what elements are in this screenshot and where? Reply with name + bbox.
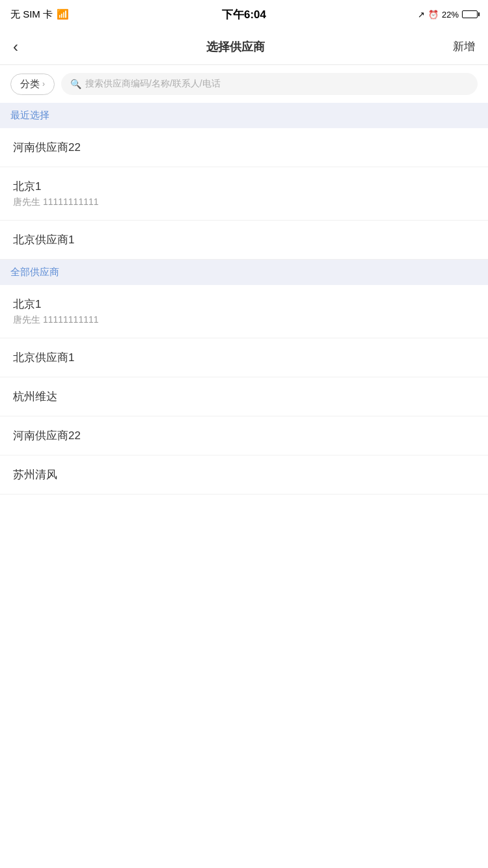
item-name: 苏州清风 <box>13 467 475 482</box>
item-name: 河南供应商22 <box>13 140 475 155</box>
search-placeholder: 搜索供应商编码/名称/联系人/电话 <box>85 78 221 90</box>
chevron-right-icon: › <box>42 79 45 88</box>
item-name: 杭州维达 <box>13 389 475 404</box>
list-item[interactable]: 河南供应商22 <box>0 128 488 167</box>
list-item[interactable]: 河南供应商22 <box>0 416 488 455</box>
battery-percent: 22% <box>442 10 459 20</box>
category-button[interactable]: 分类 › <box>10 74 55 95</box>
location-icon: ↗ <box>418 10 425 20</box>
section-title-recent: 最近选择 <box>10 109 49 120</box>
status-time: 下午6:04 <box>222 7 266 22</box>
battery-bar <box>462 10 478 18</box>
section-title-all: 全部供应商 <box>10 266 59 277</box>
item-sub: 唐先生 11111111111 <box>13 314 475 326</box>
section-header-all: 全部供应商 <box>0 260 488 285</box>
search-icon: 🔍 <box>70 79 81 89</box>
item-sub: 唐先生 11111111111 <box>13 197 475 208</box>
item-name: 北京1 <box>13 179 475 194</box>
add-button[interactable]: 新增 <box>453 39 475 54</box>
nav-bar: ‹ 选择供应商 新增 <box>0 29 488 65</box>
alarm-icon: ⏰ <box>428 10 439 20</box>
list-item[interactable]: 苏州清风 <box>0 455 488 495</box>
list-item[interactable]: 北京1唐先生 11111111111 <box>0 167 488 221</box>
item-name: 北京供应商1 <box>13 350 475 365</box>
list-item[interactable]: 北京供应商1 <box>0 221 488 260</box>
page-title: 选择供应商 <box>206 39 265 55</box>
sim-text: 无 SIM 卡 <box>10 8 53 21</box>
list-item[interactable]: 北京1唐先生 11111111111 <box>0 285 488 338</box>
wifi-icon: 📶 <box>57 8 69 20</box>
filter-bar: 分类 › 🔍 搜索供应商编码/名称/联系人/电话 <box>0 65 488 103</box>
sections-container: 最近选择河南供应商22北京1唐先生 11111111111北京供应商1全部供应商… <box>0 103 488 495</box>
search-box[interactable]: 🔍 搜索供应商编码/名称/联系人/电话 <box>61 73 478 95</box>
back-button[interactable]: ‹ <box>13 38 18 56</box>
item-name: 北京1 <box>13 297 475 312</box>
status-bar: 无 SIM 卡 📶 下午6:04 ↗ ⏰ 22% <box>0 0 488 29</box>
status-right: ↗ ⏰ 22% <box>418 10 478 20</box>
item-name: 河南供应商22 <box>13 428 475 443</box>
status-left: 无 SIM 卡 📶 <box>10 8 69 21</box>
list-item[interactable]: 杭州维达 <box>0 377 488 416</box>
category-label: 分类 <box>20 78 40 90</box>
section-header-recent: 最近选择 <box>0 103 488 128</box>
item-name: 北京供应商1 <box>13 232 475 247</box>
list-item[interactable]: 北京供应商1 <box>0 338 488 377</box>
